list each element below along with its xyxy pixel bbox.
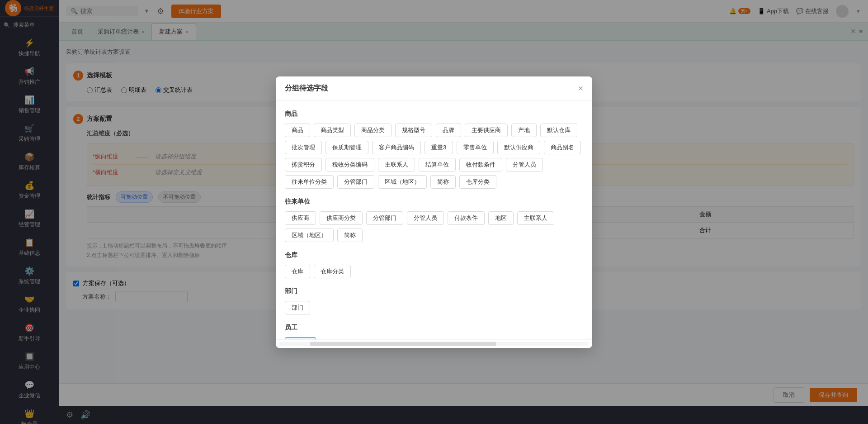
field-shelf-life[interactable]: 保质期管理 [326,141,368,154]
section-department: 部门 部门 [285,287,583,314]
field-abbr[interactable]: 简称 [430,175,456,189]
section-staff: 员工 业务员 [285,324,583,339]
field-payment-terms2[interactable]: 付款条件 [448,211,485,225]
field-product[interactable]: 商品 [285,124,310,137]
field-product-category[interactable]: 商品分类 [354,124,392,137]
field-spec-model[interactable]: 规格型号 [395,124,432,137]
modal-overlay[interactable]: 分组待选字段 × 商品 商品 商品类型 商品分类 规格型号 品牌 主要供应商 产… [0,0,868,424]
field-default-warehouse[interactable]: 默认仓库 [540,124,577,137]
field-supplier-category[interactable]: 供应商分类 [320,211,363,225]
section-department-title: 部门 [285,287,583,295]
modal-hscroll-area [276,339,592,348]
modal-body: 商品 商品 商品类型 商品分类 规格型号 品牌 主要供应商 产地 默认仓库 批次… [276,101,592,339]
field-batch-mgmt[interactable]: 批次管理 [285,141,322,154]
field-region[interactable]: 区域（地区） [378,175,427,189]
section-warehouse: 仓库 仓库 仓库分类 [285,251,583,278]
section-partner: 往来单位 供应商 供应商分类 分管部门 分管人员 付款条件 地区 主联系人 区域… [285,198,583,242]
section-warehouse-title: 仓库 [285,251,583,259]
field-payment-terms[interactable]: 收付款条件 [459,158,502,172]
field-tax-code[interactable]: 税收分类编码 [326,158,374,172]
field-brand[interactable]: 品牌 [436,124,461,137]
section-product-fields: 商品 商品类型 商品分类 规格型号 品牌 主要供应商 产地 默认仓库 批次管理 … [285,124,583,189]
section-warehouse-fields: 仓库 仓库分类 [285,265,583,278]
modal-dialog: 分组待选字段 × 商品 商品 商品类型 商品分类 规格型号 品牌 主要供应商 产… [276,76,592,348]
field-partner-category[interactable]: 往来单位分类 [285,175,334,189]
field-product-type[interactable]: 商品类型 [314,124,351,137]
field-product-alias[interactable]: 商品别名 [544,141,581,154]
field-dept[interactable]: 分管部门 [337,175,374,189]
field-origin[interactable]: 产地 [511,124,537,137]
modal-header: 分组待选字段 × [276,76,592,101]
modal-close-button[interactable]: × [578,84,583,93]
field-customer-code[interactable]: 客户商品编码 [372,141,421,154]
section-product-title: 商品 [285,110,583,118]
section-department-fields: 部门 [285,301,583,314]
section-staff-title: 员工 [285,324,583,332]
field-main-contact[interactable]: 主联系人 [378,158,415,172]
field-manager2[interactable]: 分管人员 [407,211,444,225]
field-weight3[interactable]: 重量3 [425,141,453,154]
field-region2[interactable]: 区域（地区） [285,229,334,242]
field-warehouse-category[interactable]: 仓库分类 [314,265,351,278]
field-main-supplier[interactable]: 主要供应商 [465,124,508,137]
field-settlement-unit[interactable]: 结算单位 [419,158,456,172]
field-dept2[interactable]: 分管部门 [366,211,403,225]
section-partner-fields: 供应商 供应商分类 分管部门 分管人员 付款条件 地区 主联系人 区域（地区） … [285,211,583,242]
section-product: 商品 商品 商品类型 商品分类 规格型号 品牌 主要供应商 产地 默认仓库 批次… [285,110,583,189]
field-pick-score[interactable]: 拣货积分 [285,158,322,172]
field-area[interactable]: 地区 [488,211,514,225]
field-default-supplier[interactable]: 默认供应商 [497,141,540,154]
modal-hscroll-track [279,342,589,346]
modal-title: 分组待选字段 [285,84,328,93]
field-main-contact2[interactable]: 主联系人 [517,211,554,225]
section-partner-title: 往来单位 [285,198,583,206]
field-department[interactable]: 部门 [285,301,310,314]
field-supplier[interactable]: 供应商 [285,211,316,225]
field-warehouse-cat[interactable]: 仓库分类 [459,175,496,189]
field-manager[interactable]: 分管人员 [506,158,543,172]
field-warehouse[interactable]: 仓库 [285,265,310,278]
field-retail-unit[interactable]: 零售单位 [457,141,494,154]
field-abbr2[interactable]: 简称 [337,229,363,242]
modal-hscroll-thumb[interactable] [310,342,495,346]
